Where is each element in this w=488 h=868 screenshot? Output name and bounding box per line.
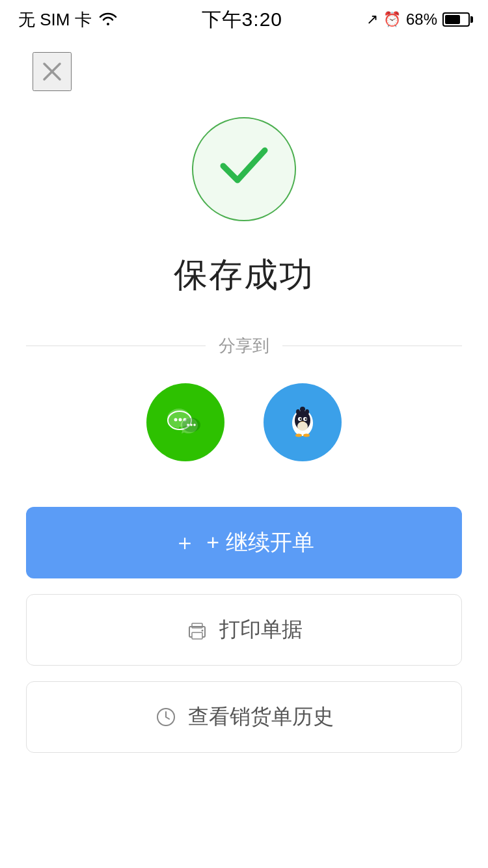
svg-point-17 <box>305 418 307 420</box>
success-title: 保存成功 <box>174 252 314 298</box>
actions-container: ＋ + 继续开单 打印单据 查看销货单历史 <box>26 507 462 753</box>
continue-order-label: + 继续开单 <box>206 528 314 558</box>
svg-point-24 <box>305 409 309 414</box>
svg-point-8 <box>187 424 189 426</box>
svg-point-22 <box>300 407 305 412</box>
printer-icon <box>185 618 209 642</box>
view-history-label: 查看销货单历史 <box>188 703 334 731</box>
print-order-label: 打印单据 <box>219 616 303 644</box>
svg-point-19 <box>297 422 308 431</box>
wifi-icon <box>98 10 118 30</box>
svg-point-21 <box>303 434 310 437</box>
divider-left <box>26 346 206 346</box>
svg-point-20 <box>295 434 302 437</box>
status-right-icons: ↗ ⏰ 68% <box>366 10 470 29</box>
battery-percent: 68% <box>406 10 437 29</box>
share-label: 分享到 <box>219 334 269 357</box>
svg-point-28 <box>202 630 204 632</box>
close-button[interactable] <box>33 52 72 91</box>
location-icon: ↗ <box>366 11 378 28</box>
continue-order-button[interactable]: ＋ + 继续开单 <box>26 507 462 578</box>
battery-icon <box>442 12 470 27</box>
checkmark-icon <box>218 142 270 197</box>
svg-point-23 <box>296 409 300 414</box>
status-time: 下午3:20 <box>202 7 282 33</box>
qq-share-button[interactable] <box>264 383 342 461</box>
share-divider: 分享到 <box>26 334 462 357</box>
history-icon <box>154 705 178 729</box>
alarm-icon: ⏰ <box>383 11 401 28</box>
divider-right <box>282 346 462 346</box>
wechat-share-button[interactable] <box>146 383 224 461</box>
svg-point-16 <box>300 418 302 420</box>
share-icons-row <box>146 383 342 461</box>
svg-point-4 <box>174 418 178 422</box>
svg-rect-26 <box>192 632 202 639</box>
svg-point-9 <box>190 424 193 426</box>
view-history-button[interactable]: 查看销货单历史 <box>26 681 462 753</box>
svg-point-5 <box>179 418 182 422</box>
carrier-text: 无 SIM 卡 <box>18 8 92 31</box>
status-carrier-wifi: 无 SIM 卡 <box>18 8 118 31</box>
main-content: 保存成功 分享到 <box>0 39 488 753</box>
print-order-button[interactable]: 打印单据 <box>26 594 462 666</box>
success-indicator <box>192 117 296 221</box>
svg-point-10 <box>193 424 196 426</box>
plus-icon: ＋ <box>174 528 196 558</box>
status-bar: 无 SIM 卡 下午3:20 ↗ ⏰ 68% <box>0 0 488 39</box>
